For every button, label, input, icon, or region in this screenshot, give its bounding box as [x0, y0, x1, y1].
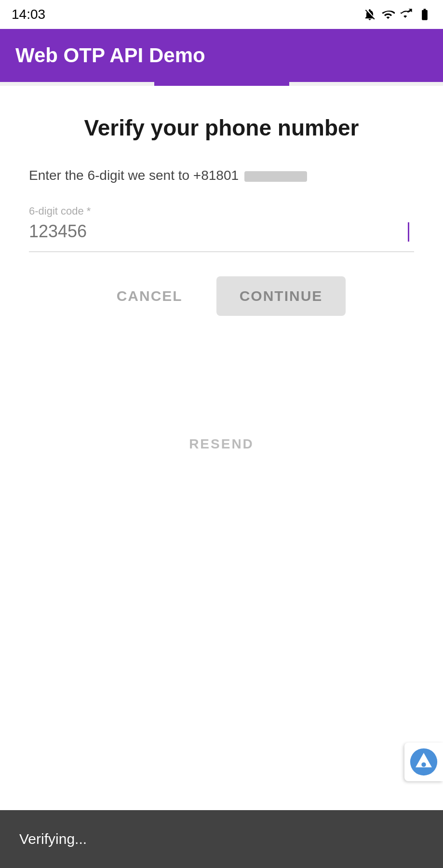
svg-point-1: [421, 762, 426, 767]
snackbar: Verifying...: [0, 810, 443, 868]
cancel-button[interactable]: CANCEL: [97, 278, 202, 314]
notification-off-icon: [363, 8, 376, 21]
status-bar: 14:03: [0, 0, 443, 29]
phone-number-blur: [244, 171, 307, 182]
otp-input[interactable]: [29, 221, 414, 242]
snackbar-text: Verifying...: [19, 831, 87, 847]
input-cursor: [408, 222, 409, 242]
app-bar: Web OTP API Demo: [0, 29, 443, 82]
continue-button[interactable]: CONTINUE: [216, 276, 346, 316]
app-bar-title: Web OTP API Demo: [15, 44, 205, 67]
description-text: Enter the 6-digit we sent to +81801: [29, 168, 239, 183]
buttons-row: CANCEL CONTINUE: [29, 276, 414, 316]
description: Enter the 6-digit we sent to +81801: [29, 165, 414, 186]
status-time: 14:03: [12, 7, 45, 22]
recaptcha-icon: [409, 747, 438, 776]
recaptcha-badge: [404, 743, 443, 781]
page-title: Verify your phone number: [84, 115, 359, 141]
battery-icon: [418, 8, 431, 21]
main-content: Verify your phone number Enter the 6-dig…: [0, 86, 443, 471]
resend-button[interactable]: RESEND: [189, 436, 254, 452]
status-icons: [363, 8, 431, 21]
signal-icon: [400, 8, 413, 21]
tab-indicator: [0, 82, 443, 86]
wifi-icon: [381, 8, 395, 21]
otp-input-container[interactable]: 6-digit code *: [29, 205, 414, 252]
otp-input-label: 6-digit code *: [29, 205, 414, 217]
resend-section: RESEND: [29, 436, 414, 452]
